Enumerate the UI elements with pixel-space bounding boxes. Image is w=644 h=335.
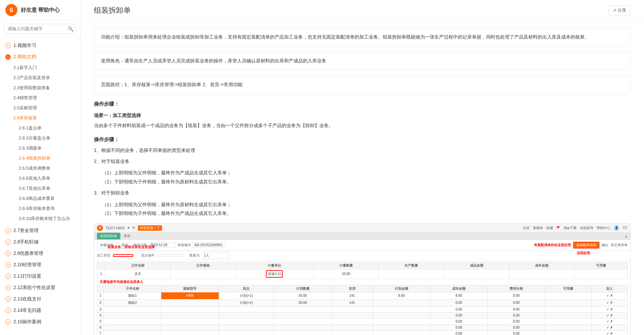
sidebar-item-install[interactable]: 2.2产品安装及登录 bbox=[0, 73, 80, 83]
share-button[interactable]: ↗ 分享 bbox=[608, 5, 631, 15]
sim-tab-actions: ✕ bbox=[625, 235, 628, 239]
info-block-3: 页面路径：1、库存核算->库存管理->组装拆卸单 2、首页->常用功能 bbox=[94, 75, 631, 94]
sim-type-label: 加工类型 bbox=[97, 253, 110, 258]
sim-code-value: AD-201912260001 bbox=[193, 242, 224, 248]
table-row: 30.000.00✓ ✗ bbox=[97, 306, 628, 312]
sim-qty-value: 1人 bbox=[202, 252, 229, 259]
sim-batch-value bbox=[157, 255, 184, 257]
sidebar-item-mobile[interactable]: + 2.8手机旺铺 bbox=[0, 236, 80, 248]
sim-th2-avail: 可用量 bbox=[545, 285, 592, 292]
sim-nav-new: 新建单 bbox=[533, 226, 543, 230]
sim-table2-container: 子件名称 规格型号 批次 计划数量 实用 计划金额 成本金额 费用分推 可用量 … bbox=[94, 285, 630, 335]
sim-select-btn-box: 选择配料清单 bbox=[573, 242, 599, 248]
sim-topbar: 6 TEST-H002 ▾ ⟳ 闲置新建一下 自页 新建单 收藏 🚩 App下载… bbox=[94, 224, 630, 233]
share-label: 分享 bbox=[618, 7, 626, 13]
sidebar-item-newbie[interactable]: 2.1新手入门 bbox=[0, 63, 80, 73]
search-input[interactable] bbox=[4, 24, 76, 34]
sidebar-item-transfer[interactable]: 2.6.3调拨单 bbox=[0, 143, 80, 153]
sim-nav-home: 自页 bbox=[523, 226, 530, 230]
search-box[interactable]: 🔍 bbox=[0, 20, 80, 37]
sim-th2-fee: 费用分推 bbox=[488, 285, 545, 292]
sidebar-item-label: 2.10经营管理 bbox=[13, 262, 41, 268]
sim-table2-header: 子件名称 规格型号 批次 计划数量 实用 计划金额 成本金额 费用分推 可用量 … bbox=[97, 285, 628, 292]
sim-nav-fav: 收藏 bbox=[546, 226, 553, 230]
sidebar-item-videos[interactable]: + 1.视频学习 bbox=[0, 40, 80, 51]
sidebar-item-pay[interactable]: + 2.13在线支付 bbox=[0, 293, 80, 305]
expand-icon: + bbox=[5, 285, 11, 290]
sidebar-item-coupon[interactable]: + 2.9优惠券管理 bbox=[0, 248, 80, 259]
main-body: 功能介绍：组装拆卸单用来处理企业组装或拆卸等加工业务，支持有固定装配清单的产品加… bbox=[80, 20, 644, 335]
sim-th2-plan-amt: 计划金额 bbox=[373, 285, 430, 292]
expand-icon: + bbox=[5, 308, 11, 313]
sim-help: 帮助中心 bbox=[597, 226, 610, 230]
sim-table1-container: 父件名称 父件规格 计量单位 计量数量 生产数量 成品金额 成本金额 可用量 bbox=[94, 261, 630, 285]
sidebar-item-sales[interactable]: 2.4销售管理 bbox=[0, 93, 80, 103]
sim-th-prod-qty: 生产数量 bbox=[379, 262, 444, 269]
sim-cc: CC bbox=[623, 226, 628, 230]
table-row: 70.000.00✓ ✗ bbox=[97, 330, 628, 335]
app-name: 好生意 帮助中心 bbox=[21, 7, 60, 14]
sidebar-item-label: 2.13在线支付 bbox=[13, 296, 41, 302]
sidebar-item-data-prep[interactable]: 2.3使用前数据准备 bbox=[0, 83, 80, 93]
step3-text: 3、对于拆卸业务 bbox=[94, 189, 631, 197]
sidebar-item-inventory[interactable]: 2.6库存核算 bbox=[0, 113, 80, 123]
sidebar-item-stocktake[interactable]: 2.6.1盘点单 bbox=[0, 123, 80, 133]
sidebar-item-label: 2.帮助文档 bbox=[13, 54, 36, 60]
step2-item1: （1）上部明细为父件明细，最终作为产成品生成其它入库单； bbox=[101, 168, 631, 177]
sim-select-recipe[interactable]: 选择配料清单 bbox=[574, 242, 599, 248]
sim-logo: 6 bbox=[97, 225, 103, 231]
sim-type-select[interactable] bbox=[113, 254, 133, 257]
nav-list: + 1.视频学习 − 2.帮助文档 2.1新手入门 2.2产品安装及登录 2.3… bbox=[0, 37, 80, 335]
sim-type-annotation-wrap: 组装业务、拆卸业务在这里选择 bbox=[108, 245, 155, 249]
sidebar-item-cost-adj[interactable]: 2.6.5成本调整单 bbox=[0, 163, 80, 173]
sidebar-item-label: 2.8手机旺铺 bbox=[13, 239, 39, 245]
sim-form-row1: 加工类型 批次编号 数量为 1人 组装业务、拆卸业务在这里选择 启用处理 bbox=[94, 251, 630, 261]
sim-app-id: TEST-H002 bbox=[106, 226, 125, 230]
sidebar-item-stocktake2[interactable]: 2.6.2分量盘点单 bbox=[0, 133, 80, 143]
step2-list: （1）上部明细为父件明细，最终作为产成品生成其它入库单； （2）下部明细为子件明… bbox=[94, 168, 631, 186]
sidebar-item-label: 2.9优惠券管理 bbox=[13, 250, 43, 257]
collapse-icon: − bbox=[5, 54, 11, 60]
main-content: 组装拆卸单 ↗ 分享 功能介绍：组装拆卸单用来处理企业组装或拆卸等加工业务，支持… bbox=[80, 0, 644, 335]
step3-list: （1）上部明细为父件明细，最终作为原材料生成其它出库单； （2）下部明细为子件明… bbox=[94, 200, 631, 218]
sidebar-item-ledger[interactable]: 2.6.9库存账本查询 bbox=[0, 204, 80, 214]
table-row: 2 期组2 计划(+1) 30.00 141 0.00 0.00 ✓ ✗ bbox=[97, 299, 628, 306]
sidebar-item-money[interactable]: + 2.7资金管理 bbox=[0, 225, 80, 236]
sidebar: 6 好生意 帮助中心 🔍 + 1.视频学习 − 2.帮助文档 2.1新手入门 2… bbox=[0, 0, 80, 335]
sidebar-item-docs[interactable]: − 2.帮助文档 2.1新手入门 2.2产品安装及登录 2.3使用前数据准备 2… bbox=[0, 51, 80, 225]
sidebar-item-cases[interactable]: + 2.15操作案例 bbox=[0, 316, 80, 328]
sidebar-sub-docs: 2.1新手入门 2.2产品安装及登录 2.3使用前数据准备 2.4销售管理 2.… bbox=[0, 63, 80, 225]
sidebar-item-assembly[interactable]: 2.6.4组装拆卸单 bbox=[0, 153, 80, 163]
sim-batch-label: 批次编号 bbox=[141, 253, 155, 258]
info-text-3: 页面路径：1、库存核算->库存管理->组装拆卸单 2、首页->常用功能 bbox=[101, 82, 243, 87]
sim-right-actions: 有装配清单的在这里处理 选择配料清单 确认 其它来库单 bbox=[534, 242, 628, 248]
sidebar-item-faq[interactable]: + 2.14常见问题 bbox=[0, 305, 80, 316]
sim-ui: 6 TEST-H002 ▾ ⟳ 闲置新建一下 自页 新建单 收藏 🚩 App下载… bbox=[94, 224, 630, 335]
scene1-title: 场景一：加工类型选择 bbox=[94, 113, 631, 119]
sim-th-unit: 计量单位 bbox=[236, 262, 314, 269]
sim-chat: 在线咨询 bbox=[580, 226, 593, 230]
info-block-2: 使用角色：通常由生产人员或库管人员完成拆装业务的操作，库管人员确认原材料的出库和… bbox=[94, 52, 631, 70]
info-text-2: 使用角色：通常由生产人员或库管人员完成拆装业务的操作，库管人员确认原材料的出库和… bbox=[101, 58, 326, 63]
sim-th2-sub-name: 子件名称 bbox=[104, 285, 161, 292]
sim-annotation2: 无需地添平均值请在这里录入 bbox=[100, 280, 143, 284]
sidebar-item-outbound[interactable]: 2.6.7其他出库单 bbox=[0, 183, 80, 193]
info-text-1: 功能介绍：组装拆卸单用来处理企业组装或拆卸等加工业务，支持有固定装配清单的产品加… bbox=[101, 34, 589, 40]
sim-th2-batch: 批次 bbox=[219, 285, 274, 292]
sidebar-item-ops[interactable]: + 2.10经营管理 bbox=[0, 259, 80, 271]
sidebar-item-inbound[interactable]: 2.6.6其他入库单 bbox=[0, 173, 80, 183]
steps-sub-title: 操作步骤： bbox=[94, 136, 631, 143]
expand-icon: + bbox=[5, 228, 11, 233]
sim-flag-icon: 🚩 bbox=[556, 226, 560, 230]
sidebar-item-sysconfig[interactable]: + 2.12系统个性化设置 bbox=[0, 282, 80, 293]
share-icon: ↗ bbox=[613, 8, 616, 13]
sidebar-item-cost-recalc[interactable]: 2.6.8商品成本重算 bbox=[0, 193, 80, 204]
sidebar-item-print[interactable]: + 2.11打印设置 bbox=[0, 271, 80, 282]
step3-item2: （2）下部明细为子件明细，最终作为产成品生成其它入库单。 bbox=[101, 209, 631, 218]
sim-table1-header: 父件名称 父件规格 计量单位 计量数量 生产数量 成品金额 成本金额 可用量 bbox=[97, 262, 628, 269]
sidebar-item-ledger-fix[interactable]: 2.6.10库存账本错了怎么办 bbox=[0, 214, 80, 224]
steps-title: 操作步骤： bbox=[94, 101, 631, 107]
sim-status: 闲置新建一下 bbox=[138, 225, 162, 231]
sidebar-item-purchase[interactable]: 2.5采购管理 bbox=[0, 103, 80, 113]
sim-other-btn: 其它来库单 bbox=[611, 243, 628, 247]
